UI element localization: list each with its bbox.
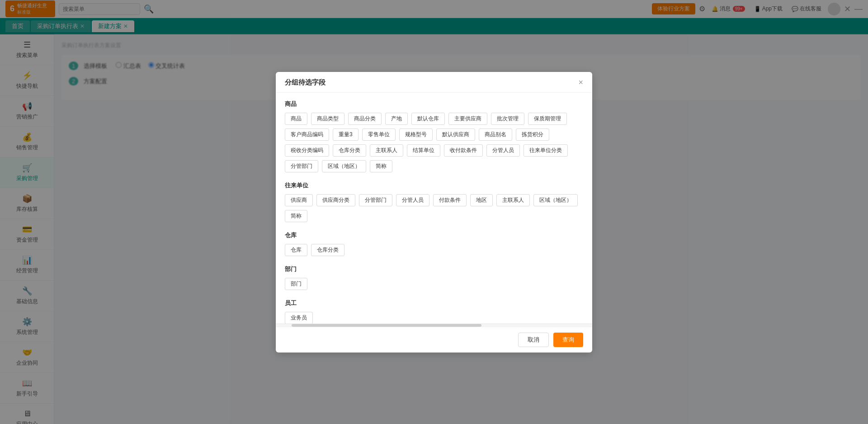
section-business-unit: 往来单位 供应商 供应商分类 分管部门 分管人员 付款条件 地区 主联系人 区域…: [285, 181, 583, 222]
modal-hscroll[interactable]: [276, 324, 592, 326]
tag-warehouse-category[interactable]: 仓库分类: [333, 144, 366, 157]
tag-dept-mgmt[interactable]: 分管部门: [285, 160, 318, 172]
modal-footer: 取消 查询: [276, 327, 592, 353]
modal-body: 商品 商品 商品类型 商品分类 产地 默认仓库 主要供应商 批次管理 保质期管理…: [276, 93, 592, 324]
section-dept: 部门 部门: [285, 265, 583, 290]
section-warehouse: 仓库 仓库 仓库分类: [285, 231, 583, 256]
section-product-title: 商品: [285, 100, 583, 108]
tag-weight3[interactable]: 重量3: [333, 129, 359, 141]
tag-tax-code[interactable]: 税收分类编码: [285, 144, 329, 157]
tag-default-warehouse[interactable]: 默认仓库: [411, 113, 445, 125]
tag-origin[interactable]: 产地: [385, 113, 408, 125]
section-dept-tags: 部门: [285, 278, 583, 290]
tag-product-alias[interactable]: 商品别名: [479, 129, 512, 141]
field-select-modal: 分组待选字段 × 商品 商品 商品类型 商品分类 产地 默认仓库 主要供应商 批…: [276, 72, 592, 353]
tag-settlement-unit[interactable]: 结算单位: [407, 144, 440, 157]
tag-region[interactable]: 区域（地区）: [322, 160, 366, 172]
modal-close-btn[interactable]: ×: [578, 78, 583, 86]
tag-supervisor[interactable]: 分管人员: [486, 144, 520, 157]
tag-short-name[interactable]: 简称: [370, 160, 392, 172]
section-warehouse-tags: 仓库 仓库分类: [285, 244, 583, 256]
cancel-button[interactable]: 取消: [518, 333, 549, 347]
tag-dept[interactable]: 部门: [285, 278, 307, 290]
section-business-unit-tags: 供应商 供应商分类 分管部门 分管人员 付款条件 地区 主联系人 区域（地区） …: [285, 194, 583, 222]
tag-supplier[interactable]: 供应商: [285, 194, 313, 206]
tag-product-type[interactable]: 商品类型: [311, 113, 344, 125]
tag-warehouse-cat[interactable]: 仓库分类: [311, 244, 344, 256]
section-dept-title: 部门: [285, 265, 583, 273]
tag-dept-mgmt2[interactable]: 分管部门: [359, 194, 392, 206]
tag-supervisor2[interactable]: 分管人员: [396, 194, 429, 206]
section-employee-tags: 业务员: [285, 312, 583, 324]
tag-main-contact2[interactable]: 主联系人: [496, 194, 530, 206]
section-product-tags: 商品 商品类型 商品分类 产地 默认仓库 主要供应商 批次管理 保质期管理 客户…: [285, 113, 583, 172]
tag-salesperson[interactable]: 业务员: [285, 312, 313, 324]
modal-header: 分组待选字段 ×: [276, 72, 592, 93]
tag-product[interactable]: 商品: [285, 113, 307, 125]
tag-business-unit-category[interactable]: 往来单位分类: [524, 144, 568, 157]
tag-main-supplier[interactable]: 主要供应商: [448, 113, 487, 125]
tag-main-contact[interactable]: 主联系人: [370, 144, 403, 157]
tag-shelf-life[interactable]: 保质期管理: [528, 113, 567, 125]
section-warehouse-title: 仓库: [285, 231, 583, 239]
section-product: 商品 商品 商品类型 商品分类 产地 默认仓库 主要供应商 批次管理 保质期管理…: [285, 100, 583, 172]
section-business-unit-title: 往来单位: [285, 181, 583, 190]
confirm-button[interactable]: 查询: [553, 333, 583, 347]
section-employee-title: 员工: [285, 299, 583, 307]
tag-default-supplier[interactable]: 默认供应商: [436, 129, 475, 141]
modal-title: 分组待选字段: [285, 78, 326, 87]
tag-payment-terms2[interactable]: 付款条件: [433, 194, 467, 206]
tag-retail-unit[interactable]: 零售单位: [362, 129, 396, 141]
tag-region2[interactable]: 区域（地区）: [533, 194, 578, 206]
tag-warehouse[interactable]: 仓库: [285, 244, 307, 256]
tag-product-category[interactable]: 商品分类: [348, 113, 382, 125]
tag-area[interactable]: 地区: [470, 194, 493, 206]
tag-short-name2[interactable]: 简称: [285, 210, 307, 222]
modal-overlay[interactable]: 分组待选字段 × 商品 商品 商品类型 商品分类 产地 默认仓库 主要供应商 批…: [0, 0, 868, 424]
modal-hscroll-thumb[interactable]: [292, 324, 481, 326]
tag-pick-points[interactable]: 拣货积分: [516, 129, 549, 141]
tag-batch-mgmt[interactable]: 批次管理: [491, 113, 524, 125]
tag-customer-code[interactable]: 客户商品编码: [285, 129, 329, 141]
tag-supplier-category[interactable]: 供应商分类: [316, 194, 355, 206]
tag-spec-model[interactable]: 规格型号: [399, 129, 433, 141]
section-employee: 员工 业务员: [285, 299, 583, 324]
tag-payment-terms[interactable]: 收付款条件: [444, 144, 483, 157]
